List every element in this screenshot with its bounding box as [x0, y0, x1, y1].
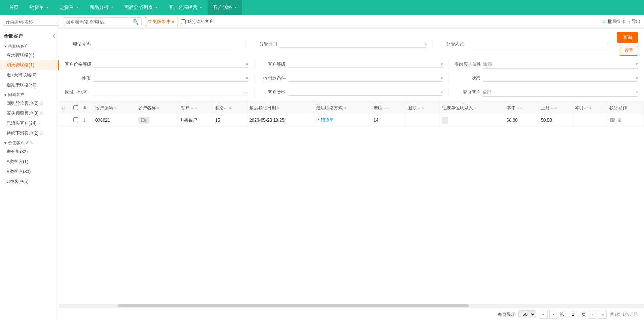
toolbar-search-box: 🔍	[63, 17, 142, 26]
filter-retail-customer: 零散客户 全部 ∨	[455, 88, 638, 97]
filter-panel: 电话号码 分管部门 ∨ 分管人员 ···	[59, 29, 644, 102]
filter-customer-type-select[interactable]: ∨	[288, 89, 443, 96]
grid-action-icon[interactable]: ⊞	[617, 117, 622, 123]
row-contact-cell: 15	[213, 114, 247, 126]
retail-customer-chevron-icon: ∨	[636, 90, 638, 94]
filter-price-level-select[interactable]: ∨	[94, 61, 248, 68]
export-btn[interactable]: ↑ 导出	[628, 18, 640, 25]
sort-name-icon: ⇅	[157, 106, 160, 110]
region-ellipsis-icon[interactable]: ···	[242, 90, 248, 95]
filter-price-level: 客户价格等级 ∨	[65, 61, 248, 68]
nav-home[interactable]: 首页	[4, 0, 24, 15]
query-button[interactable]: 查询	[617, 32, 638, 43]
filter-region-select[interactable]: ···	[94, 89, 248, 96]
sort-last-date-icon: ⇅	[277, 106, 280, 110]
filter-gender-select[interactable]: ∨	[93, 75, 248, 82]
sidebar-item-ungroup[interactable]: 未分组(32)	[0, 147, 59, 157]
close-purchase-order-icon[interactable]: ×	[76, 5, 78, 10]
sidebar-item-b-class[interactable]: B类客户(33)	[0, 167, 59, 177]
content-area: 🔍 ▽ 更多条件 ∧ 我分管的客户 ☑ 批量操作 ↑ 导出	[59, 15, 644, 321]
my-customers-check[interactable]	[181, 19, 186, 24]
sidebar-item-week[interactable]: 近7天待联络(0)	[0, 70, 59, 80]
toolbar-right: ☑ 批量操作 ↑ 导出	[602, 18, 640, 25]
nav-customer-tier[interactable]: 客户分层经营 ×	[164, 0, 207, 15]
settings-icon[interactable]: ⚙	[61, 106, 65, 111]
sidebar-item-c-class[interactable]: C类客户(6)	[0, 177, 59, 187]
refresh-icon[interactable]: ↺	[25, 141, 29, 145]
row-checkbox-cell	[70, 114, 81, 126]
sort-code-icon: ⇅	[114, 106, 117, 110]
filter-phone: 电话号码	[65, 40, 240, 48]
close-customer-contact-icon[interactable]: ×	[234, 5, 237, 10]
sidebar-item-today[interactable]: 今天待联络(0)	[0, 50, 59, 60]
last-method-link[interactable]: 下销货单	[316, 117, 334, 122]
sidebar-all-customers[interactable]: 全部客户 《	[0, 31, 59, 42]
filter-retail-attr-select[interactable]: 全部 ∨	[483, 60, 638, 69]
filter-manager-select[interactable]: ···	[466, 40, 613, 48]
price-level-chevron-icon: ∨	[246, 62, 248, 66]
sidebar-search-input[interactable]	[3, 18, 59, 26]
col-code-header: 客户编码⇅	[93, 102, 136, 114]
last-page-btn[interactable]: »	[598, 310, 607, 319]
batch-op-btn[interactable]: ☑ 批量操作	[602, 18, 625, 25]
filter-icon: ▽	[148, 19, 151, 24]
sidebar-item-repurchase[interactable]: 回购异常客户(2) ⓘ	[0, 99, 59, 108]
col-unit-contact-header: 往来单位联系人⇅	[440, 102, 504, 114]
nav-sales-order[interactable]: 销货单 ×	[24, 0, 53, 15]
filter-retail-attr: 零散客户属性 全部 ∨	[455, 60, 638, 69]
nav-product-analysis[interactable]: 商品分析 ×	[84, 0, 118, 15]
filter-payment-select[interactable]: ∨	[288, 75, 443, 82]
sidebar-item-overdue-contact[interactable]: 逾期未联络(30)	[0, 80, 59, 90]
chevron-up-icon: ∧	[171, 19, 175, 24]
prev-page-btn[interactable]: ‹	[549, 310, 558, 319]
col-last-month-header: 上月...⇅	[538, 102, 573, 114]
col-last-method-header: 最后联络方式⇅	[314, 102, 371, 114]
col-this-month-header: 本月...⇅	[573, 102, 607, 114]
nav-purchase-order[interactable]: 进货单 ×	[54, 0, 83, 15]
toolbar-search-icon[interactable]: 🔍	[132, 19, 139, 25]
sidebar-item-churn-warn[interactable]: 流失预警客户(3) ⓘ	[0, 108, 59, 118]
filter-row-2: 客户价格等级 ∨ 客户等级 ∨ 零散客户属性	[65, 59, 638, 70]
sidebar-group-problem: 问题客户	[0, 90, 59, 99]
filter-status-select[interactable]: ∨	[483, 75, 638, 82]
table-footer: 每页显示 50 « ‹ 第 页 › » 共1页 1条记录	[59, 307, 644, 321]
close-product-analysis-icon[interactable]: ×	[111, 5, 113, 10]
manager-ellipsis-icon[interactable]: ···	[606, 41, 613, 46]
phone-action-icon[interactable]: ☎	[609, 117, 615, 123]
table-scroll-thumb[interactable]	[118, 304, 469, 307]
col-overdue-header: 逾期...⇅	[405, 102, 440, 114]
row-overdue-cell	[405, 114, 440, 126]
nav-product-analysis-list[interactable]: 商品分析列表 ×	[119, 0, 162, 15]
sort-contact-icon: ⇅	[228, 106, 231, 110]
filter-customer-level-select[interactable]: ∨	[288, 61, 443, 68]
sidebar-item-a-class[interactable]: A类客户(1)	[0, 157, 59, 167]
total-text: 共1页 1条记录	[610, 311, 638, 318]
page-size-select[interactable]: 50	[518, 310, 536, 318]
toolbar-search-input[interactable]	[66, 19, 132, 24]
my-customers-checkbox[interactable]: 我分管的客户	[181, 18, 214, 25]
page-input[interactable]	[566, 311, 580, 318]
set-button[interactable]: 设置	[620, 46, 638, 56]
filter-dept: 分管部门 ∨	[251, 41, 426, 48]
filter-manager: 分管人员 ···	[438, 40, 613, 48]
filter-retail-customer-select[interactable]: 全部 ∨	[483, 88, 638, 97]
close-sales-order-icon[interactable]: ×	[46, 5, 48, 10]
sidebar-item-declining[interactable]: 持续下滑客户(2) ⓘ	[0, 128, 59, 138]
edit-icon[interactable]: ✎	[30, 141, 33, 145]
close-product-analysis-list-icon[interactable]: ×	[155, 5, 157, 10]
filter-phone-input[interactable]	[93, 40, 240, 48]
customer-type-chevron-icon: ∨	[441, 90, 443, 94]
next-page-btn[interactable]: ›	[588, 310, 596, 319]
more-conditions-btn[interactable]: ▽ 更多条件 ∧	[145, 17, 178, 26]
action-icons: ☎ ⊞	[609, 117, 641, 123]
sidebar-item-lost[interactable]: 已流失客户(24) ⓘ	[0, 118, 59, 128]
first-page-btn[interactable]: «	[539, 310, 548, 319]
row-checkbox[interactable]	[73, 117, 78, 122]
sidebar-item-tomorrow[interactable]: 明天待联络(1)	[0, 60, 59, 70]
close-customer-tier-icon[interactable]: ×	[200, 5, 202, 10]
sort-this-year-icon: ⇅	[520, 106, 523, 110]
nav-customer-contact[interactable]: 客户联络 ×	[208, 0, 242, 15]
filter-dept-select[interactable]: ∨	[279, 41, 426, 48]
select-all-checkbox[interactable]	[73, 105, 78, 110]
table-row: 1 000021 Ea B类客户 15 2023-05-23 18:25: 下销…	[59, 114, 644, 126]
